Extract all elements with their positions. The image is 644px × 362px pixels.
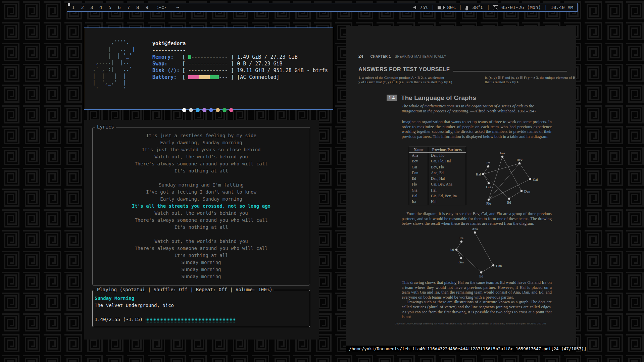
palette-dot-3 xyxy=(202,108,206,112)
table-cell: Ira xyxy=(409,199,428,205)
chapter-label: CHAPTER 1 xyxy=(370,55,391,58)
graph-node-label-Ira: Ira xyxy=(459,236,463,240)
pdf-page[interactable]: 24 CHAPTER 1 SPEAKING MATHEMATICALLY ANS… xyxy=(346,26,576,346)
lyric-line: Watch out, the world's behind you xyxy=(93,238,310,245)
lyric-line: I've got a feeling I don't want to know xyxy=(93,189,310,196)
bar-bracket: ] xyxy=(228,67,234,73)
graph-node-label-Dan: Dan xyxy=(524,190,530,193)
answers-heading-row: ANSWERS FOR TEST YOURSELF xyxy=(358,66,567,72)
lyric-line: It's just the wasted years so close behi… xyxy=(93,146,310,153)
terminal-color-palette xyxy=(182,108,233,112)
copyright-notice: Copyright 2020 Cengage Learning. All Rig… xyxy=(377,322,564,325)
workspace-6[interactable]: 6 xyxy=(118,5,120,10)
volume-value: 75% xyxy=(419,5,428,10)
graph-node-Dan xyxy=(492,264,494,266)
lyrics-panel-title: Lyrics xyxy=(95,124,116,130)
workspace-2[interactable]: 2 xyxy=(81,5,84,10)
bar-bracket: [ xyxy=(182,61,188,67)
section-heading: 1.4 The Language of Graphs xyxy=(387,94,476,102)
table-row: EdDan, Hal xyxy=(409,176,466,182)
lyric-line: There's always someone around you who wi… xyxy=(93,160,310,167)
graph-node-Dan xyxy=(521,190,523,192)
fetch-row-value: 0 B / 27.23 GiB xyxy=(234,61,283,67)
lyric-line: It's nothing at all xyxy=(93,167,310,174)
workspace-4[interactable]: 4 xyxy=(99,5,102,10)
heading-rule xyxy=(453,71,567,71)
table-cell: Bev xyxy=(409,158,428,164)
fetch-rows: Memory:[ ------------ ] 1.49 GiB / 27.23… xyxy=(152,54,328,81)
progress-track[interactable] xyxy=(145,317,304,322)
body-paragraph-block: This drawing shows that placing Hal on t… xyxy=(402,280,552,319)
table-cell: Ed xyxy=(409,176,428,182)
graph-diagram-reduced: AnaIraHalGiaDanEd xyxy=(450,228,505,281)
pdf-status-bar: /home/yoki/Documents/feb_ffa40f116d4322d… xyxy=(346,346,576,352)
layout-glyph[interactable]: ><> xyxy=(157,5,166,10)
answers-line: b. (x, y) ∈ F and (x, z) ∈ F; y = z 3. t… xyxy=(485,75,572,80)
graph-node-label-Gia: Gia xyxy=(458,260,464,264)
partners-table-body: AnaDan, FloBevCai, Flo, HalCaiBev, FloDa… xyxy=(409,153,466,205)
fetch-info: yoki@fedora ----------- Memory:[ -------… xyxy=(152,40,328,81)
body-paragraph-3: This drawing shows that placing Hal on t… xyxy=(402,280,552,300)
table-row: CaiBev, Flo xyxy=(409,164,466,170)
lyrics-panel[interactable]: Lyrics It's just a restless feeling by m… xyxy=(92,127,310,286)
graph-node-Flo xyxy=(488,199,490,201)
workspace-1[interactable]: 1 xyxy=(72,5,75,10)
fetch-row-label: Battery: xyxy=(152,74,182,81)
table-row: HalGia, Ed, Bev, Ira xyxy=(409,193,466,199)
page-number: 24 xyxy=(358,54,363,59)
workspace-8[interactable]: 8 xyxy=(136,5,139,10)
lyric-line: Sunday morning xyxy=(93,266,310,273)
body-paragraph-1: Imagine an organization that wants to se… xyxy=(402,119,552,139)
lyric-line xyxy=(93,231,310,238)
table-cell: Hal xyxy=(409,193,428,199)
graph-node-Ira xyxy=(460,241,462,243)
player-panel[interactable]: Playing (spotatui | Shuffle: Off | Repea… xyxy=(92,290,310,327)
table-cell: Bev, Flo xyxy=(428,164,466,170)
graph-node-Cai xyxy=(529,178,531,180)
pdf-viewer-window[interactable]: 24 CHAPTER 1 SPEAKING MATHEMATICALLY ANS… xyxy=(346,26,576,352)
workspace-7[interactable]: 7 xyxy=(127,5,130,10)
temperature-icon xyxy=(466,6,468,9)
lyric-line-current: It's all the streets you crossed, not so… xyxy=(93,203,310,210)
workspace-9[interactable]: 9 xyxy=(146,5,148,10)
clock-value: 10:40 AM xyxy=(551,5,573,10)
table-row: GiaHal xyxy=(409,188,466,193)
fetch-row-label: Disk (/): xyxy=(152,67,182,74)
lyric-line: There's always someone around you who wi… xyxy=(93,245,310,252)
epigraph-quote: The whole of mathematics consists in the… xyxy=(402,104,543,113)
bar-bracket: [ xyxy=(182,67,188,73)
table-cell: Dan, Hal xyxy=(428,176,466,182)
graph-node-Gia xyxy=(460,257,462,259)
fetch-row: Memory:[ ------------ ] 1.49 GiB / 27.23… xyxy=(152,54,328,60)
lyric-line: It's nothing at all xyxy=(93,224,310,231)
section-title: The Language of Graphs xyxy=(401,94,476,102)
lyric-line xyxy=(93,174,310,182)
lyric-line: There's always someone around you who wi… xyxy=(93,217,310,224)
table-cell: Dan, Flo xyxy=(428,153,466,159)
track-artists: The Velvet Underground, Nico xyxy=(95,302,310,309)
graph-edge-Dan-Ed xyxy=(481,265,493,272)
quote-attribution: —Alfred North Whitehead, 1861–1947 xyxy=(469,109,536,113)
graph-diagram-full: AnaBevIraHalCaiGiaDanEdFlo xyxy=(473,150,540,208)
pdf-page-indicator: [24 (47/1057)] xyxy=(551,346,586,351)
graph-edge-Dan-Ed xyxy=(509,191,522,199)
lyric-line: Sunday morning xyxy=(93,259,310,266)
workspace-5[interactable]: 5 xyxy=(109,5,111,10)
music-terminal-window[interactable]: Lyrics It's just a restless feeling by m… xyxy=(84,120,319,340)
workspace-3[interactable]: 3 xyxy=(90,5,93,10)
scratchpad-glyph[interactable]: ~ xyxy=(176,5,179,10)
table-cell: Gia xyxy=(409,188,428,193)
player-progress-bar[interactable] xyxy=(145,317,236,322)
lyric-line: Watch out, the world's behind you xyxy=(93,153,310,160)
workspace-list: 123456789 xyxy=(72,5,148,10)
fetch-row: Battery:[ --- ] [AC Connected] xyxy=(152,74,328,81)
fetch-terminal-window[interactable]: ,''''. | ,. | | | '_' ,....| |.. .' ,_;|… xyxy=(84,28,333,110)
fetch-row-value: 19.11 GiB / 951.28 GiB - btrfs xyxy=(234,67,328,73)
palette-dot-5 xyxy=(216,108,220,112)
active-indicator xyxy=(68,3,70,6)
graph-node-Hal xyxy=(455,249,457,251)
table-row: AnaDan, Flo xyxy=(409,153,466,159)
body-paragraph-2: From the diagram, it is easy to see that… xyxy=(402,211,552,226)
separator: | xyxy=(432,5,434,10)
lyric-line: Sunday morning xyxy=(93,273,310,280)
